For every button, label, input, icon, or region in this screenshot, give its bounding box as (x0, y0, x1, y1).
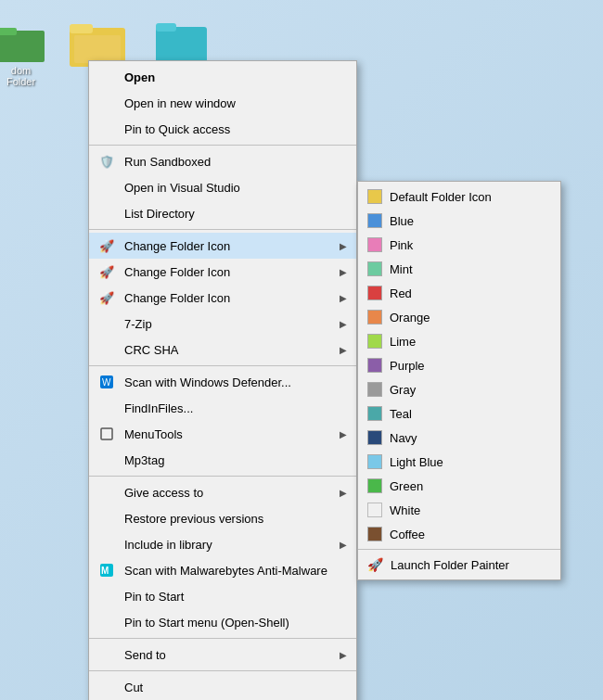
menu-item-give-access[interactable]: Give access to ▶ (89, 479, 356, 505)
list-dir-icon-space (100, 205, 117, 222)
submenu-label-pink: Pink (390, 238, 413, 252)
color-swatch-orange (367, 310, 382, 325)
menu-item-change-folder-icon-3[interactable]: 🚀 Change Folder Icon ▶ (89, 285, 356, 311)
color-swatch-teal (367, 406, 382, 421)
menu-item-list-directory[interactable]: List Directory (89, 200, 356, 226)
menu-item-send-to[interactable]: Send to ▶ (89, 642, 356, 668)
svg-rect-6 (156, 23, 176, 32)
menu-label-open: Open (124, 70, 155, 84)
menu-tools-arrow: ▶ (340, 429, 347, 439)
svg-rect-3 (70, 24, 93, 33)
rocket-icon-2: 🚀 (98, 263, 115, 280)
menu-item-open[interactable]: Open (89, 64, 356, 90)
give-access-arrow: ▶ (340, 488, 347, 498)
menu-label-pin-start: Pin to Start (124, 590, 184, 604)
svg-rect-1 (0, 28, 17, 35)
submenu-item-lime[interactable]: Lime (358, 329, 560, 353)
color-swatch-blue (367, 213, 382, 228)
menu-item-restore-previous[interactable]: Restore previous versions (89, 505, 356, 531)
separator-6 (89, 670, 356, 671)
submenu-item-default[interactable]: Default Folder Icon (358, 185, 560, 209)
open-icon-space (100, 69, 117, 85)
give-access-icon-space (100, 484, 117, 501)
submenu-label-mint: Mint (390, 262, 413, 276)
submenu-item-light-blue[interactable]: Light Blue (358, 450, 560, 474)
submenu-label-orange: Orange (390, 311, 430, 325)
submenu-item-launch-painter[interactable]: 🚀 Launch Folder Painter (358, 553, 560, 577)
mp3tag-icon-space (100, 452, 117, 468)
menu-item-change-folder-icon-2[interactable]: 🚀 Change Folder Icon ▶ (89, 259, 356, 285)
menu-label-send-to: Send to (124, 648, 166, 662)
7zip-icon-space (100, 315, 117, 332)
menu-label-find-in-files: FindInFiles... (124, 401, 193, 415)
change-folder-arrow-1: ▶ (340, 241, 347, 251)
menu-label-change-folder-2: Change Folder Icon (124, 265, 230, 279)
submenu-label-purple: Purple (390, 359, 425, 373)
change-folder-arrow-3: ▶ (340, 293, 347, 303)
send-to-arrow: ▶ (340, 650, 347, 660)
menu-item-menu-tools[interactable]: MenuTools ▶ (89, 421, 356, 447)
color-swatch-white (367, 503, 382, 517)
folder-item-green[interactable]: dom Folder (0, 23, 46, 87)
folder-icon-green (0, 23, 45, 62)
submenu-item-navy[interactable]: Navy (358, 426, 560, 450)
svg-rect-0 (0, 31, 45, 62)
menu-item-pin-start[interactable]: Pin to Start (89, 583, 356, 609)
color-swatch-pink (367, 237, 382, 252)
color-swatch-mint (367, 261, 382, 276)
menu-item-change-folder-icon-1[interactable]: 🚀 Change Folder Icon ▶ (89, 233, 356, 259)
submenu-item-teal[interactable]: Teal (358, 401, 560, 426)
separator-3 (89, 365, 356, 366)
menu-item-scan-malwarebytes[interactable]: M Scan with Malwarebytes Anti-Malware (89, 557, 356, 583)
menu-item-cut[interactable]: Cut (89, 674, 356, 700)
color-swatch-red (367, 286, 382, 300)
submenu-label-green: Green (390, 479, 423, 493)
menu-label-menu-tools: MenuTools (124, 427, 183, 441)
menu-item-run-sandboxed[interactable]: 🛡️ Run Sandboxed (89, 148, 356, 174)
submenu-separator (358, 549, 560, 550)
menu-item-open-new-window[interactable]: Open in new window (89, 90, 356, 116)
submenu-item-green[interactable]: Green (358, 474, 560, 498)
menu-label-crc: CRC SHA (124, 343, 179, 357)
separator-1 (89, 145, 356, 146)
send-to-icon-space (100, 646, 117, 663)
menu-item-pin-quick-access[interactable]: Pin to Quick access (89, 116, 356, 142)
open-new-window-icon-space (100, 95, 117, 111)
submenu-item-blue[interactable]: Blue (358, 209, 560, 233)
menu-item-include-library[interactable]: Include in library ▶ (89, 531, 356, 557)
menu-item-find-in-files[interactable]: FindInFiles... (89, 395, 356, 421)
submenu-item-pink[interactable]: Pink (358, 233, 560, 257)
pin-start-icon-space (100, 588, 117, 605)
menu-item-open-visual-studio[interactable]: Open in Visual Studio (89, 174, 356, 200)
submenu-item-mint[interactable]: Mint (358, 257, 560, 281)
submenu-label-light-blue: Light Blue (390, 455, 443, 469)
svg-rect-4 (74, 35, 121, 63)
submenu-item-purple[interactable]: Purple (358, 353, 560, 377)
defender-icon: W (98, 374, 115, 390)
submenu-item-coffee[interactable]: Coffee (358, 522, 560, 546)
menu-item-pin-start-menu[interactable]: Pin to Start menu (Open-Shell) (89, 609, 356, 635)
color-swatch-green (367, 478, 382, 493)
color-swatch-gray (367, 382, 382, 397)
submenu-item-orange[interactable]: Orange (358, 305, 560, 329)
menu-label-restore: Restore previous versions (124, 512, 263, 526)
change-folder-arrow-2: ▶ (340, 267, 347, 277)
menu-item-crc-sha[interactable]: CRC SHA ▶ (89, 337, 356, 363)
separator-5 (89, 638, 356, 639)
submenu-folder-colors: Default Folder Icon Blue Pink Mint Red O… (357, 181, 561, 580)
submenu-label-coffee: Coffee (390, 528, 425, 541)
submenu-label-red: Red (390, 286, 412, 300)
menu-item-mp3tag[interactable]: Mp3tag (89, 447, 356, 473)
submenu-item-white[interactable]: White (358, 498, 560, 522)
7zip-arrow: ▶ (340, 319, 347, 329)
menu-item-scan-defender[interactable]: W Scan with Windows Defender... (89, 369, 356, 395)
menu-tools-icon (98, 426, 115, 442)
menu-label-scan-defender: Scan with Windows Defender... (124, 375, 291, 389)
menu-label-list-dir: List Directory (124, 207, 195, 221)
rocket-icon-1: 🚀 (98, 237, 115, 254)
submenu-item-gray[interactable]: Gray (358, 377, 560, 401)
menu-label-run-sandboxed: Run Sandboxed (124, 155, 211, 169)
submenu-item-red[interactable]: Red (358, 281, 560, 305)
painter-rocket-icon: 🚀 (367, 557, 383, 572)
menu-item-7zip[interactable]: 7-Zip ▶ (89, 311, 356, 337)
